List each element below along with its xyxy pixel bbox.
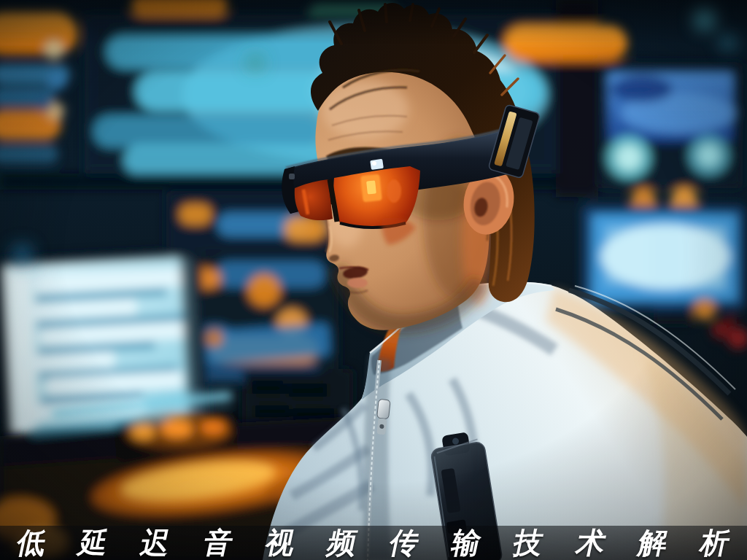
vignette-overlay bbox=[0, 0, 747, 560]
caption-char-6: 频 bbox=[325, 529, 360, 558]
caption-char-11: 解 bbox=[635, 529, 670, 558]
hero-image: 低 延 迟 音 视 频 传 输 技 术 解 析 bbox=[0, 0, 747, 560]
caption-char-7: 传 bbox=[387, 529, 422, 558]
caption-char-10: 术 bbox=[573, 529, 608, 558]
caption-char-5: 视 bbox=[263, 529, 297, 558]
caption-char-9: 技 bbox=[511, 529, 546, 558]
caption-banner: 低 延 迟 音 视 频 传 输 技 术 解 析 bbox=[0, 526, 747, 560]
caption-char-12: 析 bbox=[698, 529, 732, 558]
caption-char-4: 音 bbox=[201, 529, 235, 558]
caption-char-2: 延 bbox=[77, 529, 111, 558]
scene-illustration bbox=[0, 0, 747, 560]
caption-char-8: 输 bbox=[449, 529, 484, 558]
caption-char-3: 迟 bbox=[139, 529, 173, 558]
caption-char-1: 低 bbox=[15, 529, 49, 558]
